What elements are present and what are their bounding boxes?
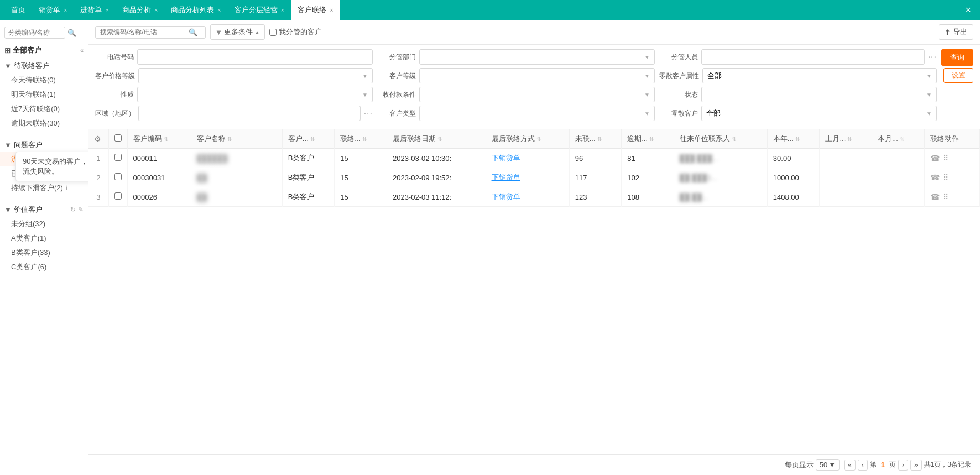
last-method-link[interactable]: 下销货单 <box>492 192 520 201</box>
this-month-sort-icon[interactable]: ⇅ <box>900 136 904 142</box>
last-method-link[interactable]: 下销货单 <box>492 154 520 162</box>
tab-sales-close[interactable]: × <box>64 7 67 13</box>
next-page-button[interactable]: › <box>898 460 908 471</box>
sidebar-item-class-b[interactable]: B类客户(33) <box>0 246 88 260</box>
filter-more-button[interactable]: ▼ 更多条件 ▲ <box>210 24 265 40</box>
sidebar-item-overdue[interactable]: 逾期未联络(30) <box>0 116 88 131</box>
th-settings[interactable]: ⚙ <box>88 129 108 149</box>
customer-tier-label: 客户等级 <box>377 71 416 81</box>
person-select[interactable] <box>701 49 925 65</box>
price-tier-select[interactable]: ▼ <box>138 68 373 83</box>
sidebar-item-today[interactable]: 今天待联络(0) <box>0 73 88 87</box>
sidebar-item-class-a[interactable]: A类客户(1) <box>0 231 88 246</box>
sidebar-group-value-header[interactable]: ▼ 价值客户 ↻ ✎ <box>0 202 88 217</box>
settings-gear-icon[interactable]: ⚙ <box>94 134 101 143</box>
th-checkbox[interactable] <box>108 129 127 149</box>
tab-goods-analysis[interactable]: 商品分析 × <box>116 0 164 20</box>
prev-page-button[interactable]: ‹ <box>858 460 868 471</box>
export-button[interactable]: ⬆ 导出 <box>939 24 973 40</box>
overdue-sort-icon[interactable]: ⇅ <box>649 136 654 142</box>
region-input[interactable] <box>138 106 361 121</box>
sidebar-item-tomorrow[interactable]: 明天待联络(1) <box>0 87 88 102</box>
filter-search-icon[interactable]: 🔍 <box>189 28 197 36</box>
current-page-number: 1 <box>879 460 887 470</box>
last-method-sort-icon[interactable]: ⇅ <box>536 136 541 142</box>
sidebar-group-pending-header[interactable]: ▼ 待联络客户 <box>0 59 88 73</box>
type-sort-icon[interactable]: ⇅ <box>310 136 315 142</box>
last-date-sort-icon[interactable]: ⇅ <box>437 136 442 142</box>
row-checkbox[interactable] <box>114 192 122 200</box>
close-window-button[interactable]: × <box>961 4 976 16</box>
tab-home[interactable]: 首页 <box>4 0 32 20</box>
sidebar-item-ungrouped[interactable]: 未分组(32) <box>0 217 88 231</box>
code-sort-icon[interactable]: ⇅ <box>164 136 168 142</box>
customer-tier-select[interactable]: ▼ <box>419 68 655 83</box>
region-dots[interactable]: ··· <box>364 108 373 118</box>
tab-customer-tier-close[interactable]: × <box>281 7 284 13</box>
customer-type-select[interactable]: ▼ <box>419 106 655 121</box>
tab-goods-analysis-close[interactable]: × <box>154 7 158 13</box>
my-customer-check[interactable] <box>269 29 277 36</box>
tab-sales[interactable]: 销货单 × <box>32 0 74 20</box>
sparse-select[interactable]: 全部 ▼ <box>701 106 937 121</box>
tab-purchase-close[interactable]: × <box>105 7 108 13</box>
settings-button[interactable]: 设置 <box>943 68 973 83</box>
nature-select[interactable]: ▼ <box>137 87 373 102</box>
sparse-attr-select[interactable]: 全部 ▼ <box>702 68 937 83</box>
unit-contact-sort-icon[interactable]: ⇅ <box>732 136 736 142</box>
row-type: B类客户 <box>282 168 335 187</box>
filter-search-input[interactable] <box>100 28 189 36</box>
my-customer-checkbox[interactable]: 我分管的客户 <box>269 27 322 37</box>
select-all-checkbox[interactable] <box>114 134 122 142</box>
no-contact-sort-icon[interactable]: ⇅ <box>597 136 602 142</box>
value-edit-icon[interactable]: ✎ <box>78 206 84 213</box>
action-more-icon[interactable]: ⠿ <box>943 173 948 182</box>
tab-customer-contact-close[interactable]: × <box>330 7 333 13</box>
tab-goods-analysis-list-close[interactable]: × <box>217 7 221 13</box>
row-unit-contact: ██ ███3... <box>674 168 767 187</box>
sidebar-collapse-btn[interactable]: « <box>80 47 84 54</box>
sidebar-search-icon[interactable]: 🔍 <box>67 29 76 37</box>
action-more-icon[interactable]: ⠿ <box>943 192 948 201</box>
row-checkbox[interactable] <box>114 173 122 180</box>
first-page-button[interactable]: « <box>844 460 856 471</box>
payment-select[interactable]: ▼ <box>419 87 655 102</box>
status-select[interactable]: ▼ <box>701 87 937 102</box>
tab-sales-label: 销货单 <box>39 5 60 15</box>
sidebar-item-7days[interactable]: 近7天待联络(0) <box>0 102 88 116</box>
sidebar-item-class-c[interactable]: C类客户(6) <box>0 260 88 274</box>
table-row: 3 000026 ██ B类客户 15 2023-02-03 11:12: 下销… <box>88 187 980 207</box>
tab-purchase[interactable]: 进货单 × <box>74 0 115 20</box>
action-contact-icon[interactable]: ☎ <box>930 154 940 163</box>
phone-input[interactable] <box>137 49 373 65</box>
query-button[interactable]: 查询 <box>941 49 973 66</box>
sparse-attr-label: 零散客户属性 <box>659 71 699 81</box>
contacts-sort-icon[interactable]: ⇅ <box>362 136 367 142</box>
row-checkbox-cell[interactable] <box>108 149 127 168</box>
tab-customer-tier[interactable]: 客户分层经营 × <box>228 0 291 20</box>
sidebar-search-input[interactable] <box>4 27 65 39</box>
last-method-link[interactable]: 下销货单 <box>492 173 520 181</box>
sidebar-item-declining[interactable]: 持续下滑客户(2) ℹ <box>0 181 88 195</box>
sparse-label: 零散客户 <box>659 109 698 118</box>
tab-goods-analysis-list[interactable]: 商品分析列表 × <box>164 0 227 20</box>
value-refresh-icon[interactable]: ↻ <box>70 206 76 213</box>
row-checkbox-cell[interactable] <box>108 187 127 207</box>
sidebar-group-lost-header[interactable]: ▼ 问题客户 <box>0 138 88 152</box>
action-more-icon[interactable]: ⠿ <box>943 154 948 163</box>
per-page-select[interactable]: 50 ▼ <box>816 459 840 471</box>
last-page-button[interactable]: » <box>910 460 922 471</box>
status-down-icon: ▼ <box>926 92 932 98</box>
sidebar-all-customers[interactable]: ⊞ 全部客户 « <box>0 43 88 58</box>
last-month-sort-icon[interactable]: ⇅ <box>847 136 852 142</box>
dept-select[interactable]: ▼ <box>419 49 655 65</box>
name-sort-icon[interactable]: ⇅ <box>227 136 232 142</box>
tab-customer-contact[interactable]: 客户联络 × <box>291 0 340 20</box>
person-dots[interactable]: ··· <box>928 52 937 62</box>
row-checkbox-cell[interactable] <box>108 168 127 187</box>
this-year-sort-icon[interactable]: ⇅ <box>795 136 800 142</box>
row-number: 3 <box>88 187 108 207</box>
row-checkbox[interactable] <box>114 154 122 161</box>
action-contact-icon[interactable]: ☎ <box>930 192 940 201</box>
action-contact-icon[interactable]: ☎ <box>930 173 940 182</box>
